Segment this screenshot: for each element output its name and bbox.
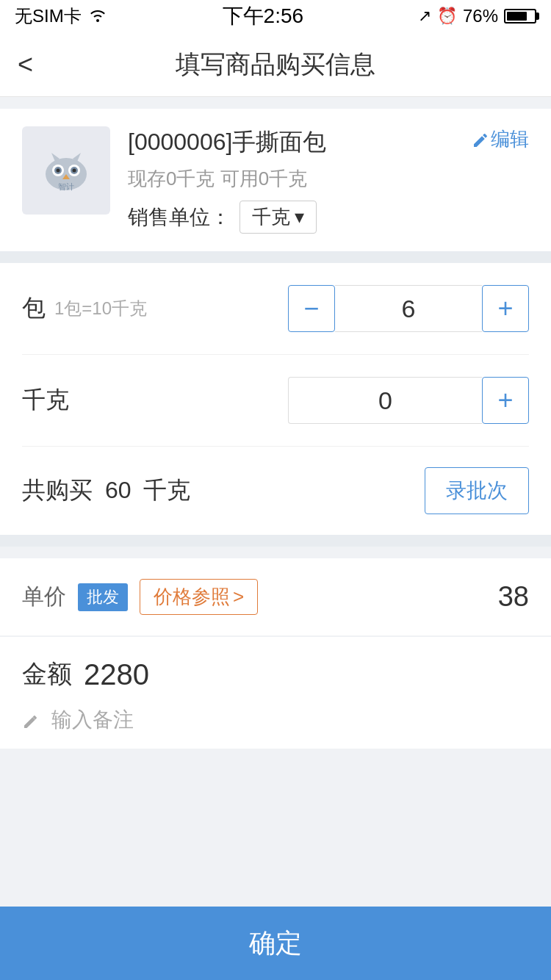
kg-quantity-row: 千克 + <box>22 355 529 447</box>
battery-icon <box>504 9 536 24</box>
status-left: 无SIM卡 <box>15 4 108 28</box>
battery-percentage: 76% <box>463 6 498 26</box>
total-amount: 60 <box>105 477 132 503</box>
pencil-icon <box>22 710 43 730</box>
total-section: 共购买 60 千克 录批次 <box>0 447 551 535</box>
price-section: 单价 批发 价格参照 > 38 <box>0 558 551 635</box>
kg-qty-control: + <box>288 377 529 424</box>
bag-hint: 1包=10千克 <box>54 297 147 320</box>
product-stock: 现存0千克 可用0千克 <box>128 166 529 192</box>
wifi-icon <box>87 6 108 26</box>
product-image: 智计 <box>40 148 92 192</box>
product-thumbnail: 智计 <box>22 126 110 215</box>
alarm-icon: ⏰ <box>437 7 457 26</box>
bag-plus-button[interactable]: + <box>482 285 529 332</box>
amount-value: 2280 <box>84 658 149 691</box>
product-info: [0000006]手撕面包 编辑 现存0千克 可用0千克 销售单位： 千克 ▾ <box>128 126 529 234</box>
quantity-section: 包 1包=10千克 − + 千克 + <box>0 263 551 447</box>
edit-icon <box>472 131 488 148</box>
price-label: 单价 <box>22 582 66 612</box>
product-card: 智计 [0000006]手撕面包 编辑 现存0千克 可用0千克 销售单位： 千克… <box>0 109 551 251</box>
bag-qty-input[interactable] <box>335 285 482 332</box>
unit-select[interactable]: 千克 ▾ <box>240 201 317 234</box>
remark-row[interactable]: 输入备注 <box>22 706 529 734</box>
bag-quantity-row: 包 1包=10千克 − + <box>22 263 529 355</box>
product-unit-row: 销售单位： 千克 ▾ <box>128 201 529 234</box>
price-reference-button[interactable]: 价格参照 > <box>140 579 258 615</box>
chevron-right-icon: > <box>233 586 244 608</box>
kg-label: 千克 <box>22 384 69 417</box>
nav-bar: < 填写商品购买信息 <box>0 32 551 97</box>
product-name: [0000006]手撕面包 <box>128 126 326 159</box>
amount-section: 金额 2280 输入备注 <box>0 637 551 749</box>
confirm-button[interactable]: 确定 <box>0 907 551 980</box>
bag-label: 包 1包=10千克 <box>22 292 147 325</box>
bag-minus-button[interactable]: − <box>288 285 335 332</box>
price-value: 38 <box>498 581 529 613</box>
section-divider-1 <box>0 251 551 263</box>
page-title: 填写商品购买信息 <box>176 48 375 82</box>
chevron-down-icon: ▾ <box>295 206 304 228</box>
amount-row: 金额 2280 <box>22 657 529 691</box>
amount-label: 金额 <box>22 657 72 691</box>
remark-label[interactable]: 输入备注 <box>51 706 134 734</box>
svg-point-7 <box>57 169 60 173</box>
section-divider-2 <box>0 535 551 547</box>
kg-qty-input[interactable] <box>288 377 482 424</box>
batch-button[interactable]: 录批次 <box>425 467 529 514</box>
back-button[interactable]: < <box>18 49 33 80</box>
total-text: 共购买 60 千克 <box>22 475 190 507</box>
status-time: 下午2:56 <box>223 2 304 30</box>
edit-button[interactable]: 编辑 <box>472 126 529 152</box>
location-icon: ↗ <box>418 7 431 26</box>
status-right: ↗ ⏰ 76% <box>418 6 536 26</box>
carrier-text: 无SIM卡 <box>15 4 82 28</box>
svg-text:智计: 智计 <box>58 182 74 191</box>
unit-label: 销售单位： <box>128 203 231 231</box>
price-type-tag: 批发 <box>78 583 128 611</box>
bag-qty-control: − + <box>288 285 529 332</box>
status-bar: 无SIM卡 下午2:56 ↗ ⏰ 76% <box>0 0 551 32</box>
svg-point-8 <box>73 169 76 173</box>
kg-plus-button[interactable]: + <box>482 377 529 424</box>
